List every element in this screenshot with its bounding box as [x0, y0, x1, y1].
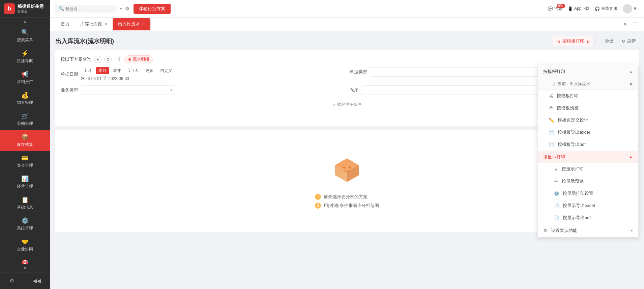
dropdown-item-template-custom[interactable]: ✏️ 模板自定义设计: [538, 114, 638, 126]
date-opt-currentmonth[interactable]: 本月: [96, 67, 109, 74]
collab-icon: 🤝: [21, 238, 29, 245]
sidebar-item-sales[interactable]: 💰 销售管理: [0, 88, 50, 109]
user-avatar: [623, 4, 632, 14]
refresh-btn[interactable]: ↻ 刷新: [619, 37, 639, 46]
filter-setting-btn[interactable]: ⚙: [104, 56, 112, 63]
tab-expand-btn[interactable]: ⛶: [631, 21, 639, 28]
topbar-gear-icon[interactable]: ⚙: [125, 5, 129, 12]
print-template-btn[interactable]: 🖨 按模板打印 ▲: [553, 36, 593, 46]
export-btn[interactable]: ↑ 导出: [598, 37, 617, 46]
industry-btn[interactable]: 体验行业方案: [134, 4, 171, 14]
topbar-search-icon: 🔍: [59, 6, 64, 11]
tab-close-flow[interactable]: ✕: [142, 22, 145, 26]
sidebar-item-operation[interactable]: 📊 经营管理: [0, 172, 50, 193]
filter-date-field: 单据日期 上月 本月 本年 近7天 更多 自定义 2023-06-01 至: [61, 67, 344, 81]
template-pdf-icon: 📄: [549, 142, 554, 147]
dropdown-sub-display-preview[interactable]: 👁 按显示预览: [538, 175, 638, 187]
inventory-icon: 📦: [21, 133, 29, 141]
dropdown-close-arrow[interactable]: ▲: [629, 69, 633, 74]
step-num-2: 2: [315, 203, 321, 209]
tabbar: 首页 库存批次账 ✕ 出入库流水 ✕ ✕ ⛶: [50, 18, 644, 31]
dropdown-item-template-pdf[interactable]: 📄 按模板导出pdf: [538, 138, 638, 151]
actions-divider: [595, 38, 596, 44]
username-label: Rit: [634, 6, 639, 11]
dropdown-item-template-excel[interactable]: 📄 按模板导出excel: [538, 126, 638, 138]
print-template-icon: 🖨: [556, 39, 561, 44]
dropdown-current-chevron[interactable]: ▶: [630, 82, 633, 86]
dropdown-sub-display-pdf[interactable]: 📄 按显示导出pdf: [538, 212, 638, 224]
empty-steps: 1 请先选择要分析的方案 2 用[过滤]条件来缩小分析范围: [315, 194, 379, 209]
footer-settings-icon: ⚙: [543, 228, 548, 233]
dropdown-current: ⊙ 当前：出入库流水 ▶: [538, 78, 638, 89]
date-opt-lastmonth[interactable]: 上月: [81, 67, 94, 74]
date-opt-more[interactable]: 更多: [143, 67, 156, 74]
guide-icon: 🎯: [21, 259, 29, 264]
sidebar-item-guide[interactable]: 🎯 新手引导: [0, 256, 50, 264]
sidebar-item-basic[interactable]: 📋 基础信息: [0, 193, 50, 214]
topbar-message[interactable]: 💬 消息 99+: [548, 6, 562, 11]
sidebar-settings-btn[interactable]: ⚙: [8, 276, 16, 286]
tab-flow[interactable]: 出入库流水 ✕: [113, 18, 150, 30]
tab-close-all-btn[interactable]: ✕: [622, 21, 628, 28]
svg-point-5: [349, 166, 351, 168]
sidebar-item-system[interactable]: ⚙️ 系统管理: [0, 214, 50, 235]
page-header: 出入库流水(流水明细) 🖨 按模板打印 ▲ ↑ 导出 ↻ 刷新: [55, 36, 639, 46]
topbar-search-box[interactable]: 🔍: [55, 5, 116, 12]
date-opt-custom[interactable]: 自定义: [157, 67, 175, 74]
tab-close-batch[interactable]: ✕: [104, 22, 107, 26]
business-select[interactable]: ▾: [81, 85, 175, 95]
dropdown-section-display[interactable]: 按显示打印 ▲: [538, 151, 638, 163]
sidebar-scroll-down[interactable]: ▼: [0, 264, 50, 272]
service-icon: 🎧: [595, 6, 600, 11]
dropdown-current-label: 当前：出入库流水: [558, 81, 630, 87]
page-header-actions: 🖨 按模板打印 ▲ ↑ 导出 ↻ 刷新: [553, 36, 639, 46]
date-field-label: 单据日期: [61, 71, 78, 77]
svg-point-4: [343, 166, 345, 168]
tab-home[interactable]: 首页: [55, 18, 75, 30]
app-download-icon: 📱: [568, 6, 573, 11]
dropdown-item-template-print[interactable]: 🖨 按模板打印: [538, 90, 638, 102]
topbar-app-download[interactable]: 📱 App下载: [568, 6, 589, 11]
display-section-arrow: ▲: [629, 155, 633, 159]
dropdown-footer[interactable]: ⚙ 设置默认功能 ▾: [538, 224, 638, 237]
main-content: 🔍 ▾ ⚙ 体验行业方案 💬 消息 99+ 📱 App下载 🎧 在线客服 Rit: [50, 0, 644, 289]
filter-tag: ◉ 流水明细: [124, 55, 153, 63]
topbar-online-service[interactable]: 🎧 在线客服: [595, 6, 617, 11]
filter-collapse-arrow[interactable]: 《: [114, 56, 122, 63]
topbar-search-input[interactable]: [65, 6, 113, 11]
purchase-icon: 🛒: [21, 112, 29, 120]
display-excel-icon: 📄: [554, 203, 559, 208]
quicknav-icon: ⚡: [21, 50, 29, 57]
date-opt-last7[interactable]: 近7天: [125, 67, 141, 74]
sidebar-item-collab[interactable]: 🤝 企业协同: [0, 235, 50, 256]
display-preview-icon: 👁: [554, 179, 558, 184]
sidebar-collapse-btn[interactable]: ◀◀: [31, 276, 42, 286]
sidebar-item-purchase[interactable]: 🛒 采购管理: [0, 109, 50, 130]
dropdown-sub-display-excel[interactable]: 📄 按显示导出excel: [538, 200, 638, 212]
date-opt-currentyear[interactable]: 本年: [111, 67, 124, 74]
topbar-search-chevron[interactable]: ▾: [120, 6, 122, 11]
sidebar-scroll-up[interactable]: ▲: [0, 18, 50, 25]
filter-add-btn[interactable]: +: [94, 56, 101, 63]
tabbar-right: ✕ ⛶: [622, 21, 639, 28]
app-logo-icon: b: [4, 3, 15, 14]
display-print-icon: 🖨: [554, 167, 558, 172]
sidebar-item-finance[interactable]: 💳 资金管理: [0, 151, 50, 172]
topbar-user[interactable]: Rit: [623, 4, 639, 14]
sidebar-item-quicknav[interactable]: ⚡ 快捷导航: [0, 46, 50, 67]
sidebar-item-marketing[interactable]: 📢 营销推广: [0, 67, 50, 88]
dropdown-panel: 按模板打印 ▲ ⊙ 当前：出入库流水 ▶ 🖨 按模板打印 👁 按模板预览 ✏️ …: [537, 65, 639, 237]
dropdown-item-template-preview[interactable]: 👁 按模板预览: [538, 102, 638, 114]
dropdown-sub-display-print[interactable]: 🖨 按显示打印: [538, 163, 638, 175]
date-start: 2023-06-01: [81, 76, 101, 81]
display-pdf-icon: 📄: [554, 215, 559, 220]
sales-icon: 💰: [21, 91, 29, 99]
dropdown-sub-display-settings[interactable]: ⚙️ 按显示打印设置: [538, 187, 638, 200]
sidebar-item-inventory[interactable]: 📦 库存核算: [0, 130, 50, 151]
tab-batch[interactable]: 库存批次账 ✕: [75, 18, 113, 30]
collapse-btn[interactable]: ∧ 收起更多条件: [329, 100, 365, 109]
business-select-chevron: ▾: [170, 88, 172, 93]
message-icon: 💬: [548, 6, 553, 11]
sidebar-item-search[interactable]: 🔍 搜索菜单: [0, 25, 50, 46]
dropdown-footer-label: 设置默认功能: [551, 228, 631, 234]
